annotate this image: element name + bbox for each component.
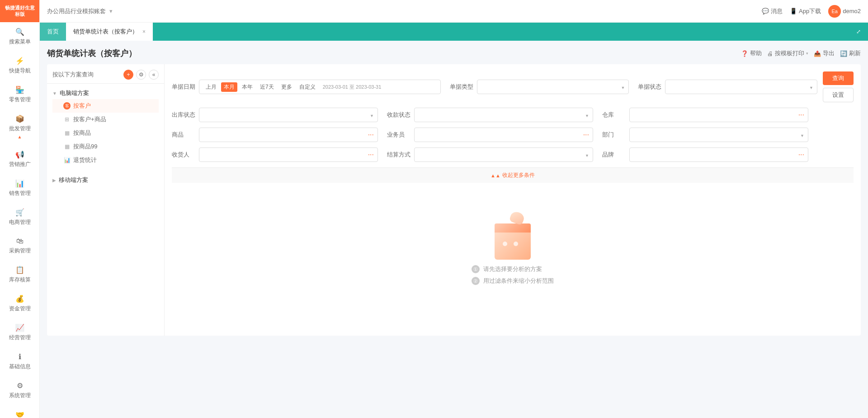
date-tag-thisyear[interactable]: 本年: [239, 82, 255, 92]
warehouse-label: 仓库: [602, 111, 629, 119]
order-type-control[interactable]: [477, 80, 629, 94]
scheme-by-goods[interactable]: ▦ 按商品: [52, 126, 159, 140]
sidebar-item-ecommerce[interactable]: 🛒 电商管理: [0, 203, 39, 232]
logo-text: 畅捷通好生意: [5, 5, 35, 11]
sidebar-item-system[interactable]: ⚙ 系统管理: [0, 376, 39, 405]
filter-goods: 商品 ···: [172, 128, 378, 142]
print-chevron: ▾: [806, 51, 808, 56]
staff-dots: ···: [583, 131, 589, 139]
sidebar-item-finance[interactable]: 💰 资金管理: [0, 289, 39, 318]
goods-control[interactable]: ···: [199, 128, 378, 142]
sidebar-item-search[interactable]: 🔍 搜索菜单: [0, 22, 39, 51]
message-icon: 💬: [762, 8, 769, 14]
retail-icon: 🏪: [15, 86, 24, 94]
warehouse-control[interactable]: ···: [629, 108, 808, 122]
date-tag-more[interactable]: 更多: [278, 82, 295, 92]
sidebar-item-wholesale[interactable]: 📦 批发管理 ▲: [0, 109, 39, 145]
sidebar-item-label: 采购管理: [9, 247, 31, 255]
help-button[interactable]: ❓ 帮助: [741, 49, 762, 57]
refresh-label: 刷新: [849, 49, 861, 57]
filter-warehouse: 仓库 ···: [602, 108, 808, 122]
collapse-up-icon: ▲▲: [491, 173, 500, 178]
order-type-chevron: [621, 84, 625, 90]
mobile-scheme-group[interactable]: ▶ 移动端方案: [52, 174, 159, 186]
sidebar-item-operation[interactable]: 📈 经营管理: [0, 318, 39, 347]
active-tab-label: 销货单统计表（按客户）: [73, 28, 138, 36]
outbound-label: 出库状态: [172, 111, 199, 119]
date-tag-lastmonth[interactable]: 上月: [203, 82, 219, 92]
collab-icon: 🤝: [15, 410, 24, 418]
sidebar-item-inventory[interactable]: 📋 库存核算: [0, 260, 39, 289]
tip-num-1: ①: [472, 265, 480, 273]
date-control[interactable]: 上月 本月 本年 近7天 更多 自定义 2023-03-01 至 2023-03…: [199, 80, 441, 94]
brand-dots: ···: [798, 151, 804, 159]
dept-control[interactable]: [629, 128, 808, 142]
filter-row-2: 出库状态 收款状态 仓库: [172, 108, 854, 122]
panel-header-actions: + ⚙ «: [123, 70, 159, 80]
tab-bar: 首页 销货单统计表（按客户） × ⤢: [40, 23, 868, 41]
app-download-label: App下载: [799, 7, 821, 15]
settlement-control[interactable]: [414, 147, 593, 162]
scheme-by-customer-goods[interactable]: ⊞ 按客户+商品: [52, 113, 159, 126]
scheme-by-goods99[interactable]: ▦ 按商品99: [52, 140, 159, 153]
content-layout: 按以下方案查询 + ⚙ « ▼ 电脑端方案 客 按客户: [47, 64, 861, 336]
collapse-bar[interactable]: ▲▲ 收起更多条件: [172, 167, 854, 183]
scheme-by-customer[interactable]: 客 按客户: [52, 99, 159, 113]
desktop-scheme-group[interactable]: ▼ 电脑端方案: [52, 87, 159, 99]
sidebar-item-basic[interactable]: ℹ 基础信息: [0, 347, 39, 376]
main-content: 办公用品行业模拟账套 ▾ 💬 消息 📱 App下载 Ea demo2 首页 销货…: [40, 0, 868, 418]
sidebar: 畅捷通好生意 标版 🔍 搜索菜单 ⚡ 快捷导航 🏪 零售管理 📦 批发管理 ▲ …: [0, 0, 40, 418]
sidebar-item-marketing[interactable]: 📢 营销推广: [0, 145, 39, 174]
tab-right-actions: ⤢: [856, 28, 868, 35]
help-icon: ❓: [741, 50, 748, 57]
empty-tips: ① 请先选择要分析的方案 ② 用过滤条件来缩小分析范围: [472, 265, 554, 285]
date-tag-custom[interactable]: 自定义: [297, 82, 318, 92]
user-menu[interactable]: Ea demo2: [828, 5, 861, 18]
sidebar-item-quicknav[interactable]: ⚡ 快捷导航: [0, 51, 39, 80]
goods-dots: ···: [368, 131, 374, 139]
filter-row-3: 商品 ··· 业务员 ··· 部门: [172, 128, 854, 142]
search-button[interactable]: 查询: [823, 71, 854, 85]
download-icon: 📱: [790, 8, 797, 14]
maximize-icon[interactable]: ⤢: [856, 28, 861, 35]
sidebar-item-purchase[interactable]: 🛍 采购管理: [0, 232, 39, 260]
brand-label: 品牌: [602, 151, 629, 159]
scheme-label: 退货统计: [73, 156, 97, 164]
refresh-button[interactable]: 🔄 刷新: [840, 49, 861, 57]
date-tag-thismonth[interactable]: 本月: [221, 82, 237, 92]
scheme-label: 按商品: [73, 129, 91, 137]
receipt-chevron: [585, 112, 589, 119]
sidebar-item-collab[interactable]: 🤝 企业协同: [0, 405, 39, 418]
outbound-control[interactable]: [199, 108, 378, 122]
receiver-dots: ···: [368, 151, 374, 159]
print-button[interactable]: 🖨 按模板打印 ▾: [767, 49, 808, 57]
sidebar-item-sales[interactable]: 📊 销售管理: [0, 174, 39, 203]
tab-home[interactable]: 首页: [40, 23, 66, 41]
staff-control[interactable]: ···: [414, 128, 593, 142]
sidebar-item-retail[interactable]: 🏪 零售管理: [0, 80, 39, 109]
tab-active[interactable]: 销货单统计表（按客户） ×: [66, 23, 153, 41]
brand-control[interactable]: ···: [629, 147, 808, 162]
app-download-button[interactable]: 📱 App下载: [790, 7, 821, 15]
receipt-control[interactable]: [414, 108, 593, 122]
receipt-label: 收款状态: [387, 111, 414, 119]
date-tag-7days[interactable]: 近7天: [257, 82, 277, 92]
message-button[interactable]: 💬 消息: [762, 7, 783, 15]
scheme-return-stats[interactable]: 📊 退货统计: [52, 153, 159, 167]
print-label: 按模板打印: [775, 49, 804, 57]
date-range-text: 2023-03-01 至 2023-03-31: [323, 84, 382, 90]
page-actions: ❓ 帮助 🖨 按模板打印 ▾ 📤 导出 🔄 刷新: [741, 49, 861, 57]
panel-title: 按以下方案查询: [52, 71, 94, 79]
add-scheme-button[interactable]: +: [123, 70, 133, 80]
right-panel: 单据日期 上月 本月 本年 近7天 更多 自定义 2023-03-01 至 20…: [165, 64, 861, 336]
tab-close-icon[interactable]: ×: [142, 28, 146, 35]
collapse-panel-button[interactable]: «: [149, 70, 159, 80]
settings-scheme-button[interactable]: ⚙: [136, 70, 146, 80]
order-status-control[interactable]: [665, 80, 817, 94]
logo: 畅捷通好生意 标版: [0, 0, 39, 22]
mobile-expand-icon: ▶: [52, 178, 56, 183]
filter-settings-button[interactable]: 设置: [823, 88, 854, 102]
customer-scheme-icon: 客: [63, 102, 71, 109]
receiver-control[interactable]: ···: [199, 147, 378, 162]
export-button[interactable]: 📤 导出: [814, 49, 835, 57]
